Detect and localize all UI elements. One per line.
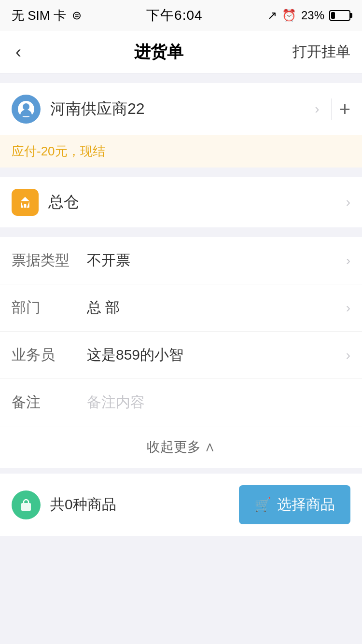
- supplier-card: 河南供应商22 › + 应付-20元，现结: [0, 83, 362, 168]
- warehouse-row[interactable]: 总仓 ›: [0, 177, 362, 227]
- status-right: ↗ ⏰ 23%: [267, 9, 350, 22]
- section-gap-3: [0, 227, 362, 237]
- battery-percent: 23%: [301, 9, 324, 22]
- salesman-value: 这是859的小智: [79, 345, 346, 365]
- supplier-chevron-icon: ›: [315, 101, 319, 117]
- goods-bag-icon: [18, 497, 34, 513]
- back-button[interactable]: ‹: [12, 38, 25, 66]
- carrier-text: 无 SIM 卡: [12, 7, 66, 24]
- supplier-row[interactable]: 河南供应商22 › +: [0, 83, 362, 135]
- svg-rect-0: [21, 503, 31, 511]
- remark-input[interactable]: 备注内容: [79, 392, 350, 412]
- status-time: 下午6:04: [146, 6, 203, 25]
- section-gap-2: [0, 168, 362, 177]
- battery-icon: [329, 10, 350, 21]
- open-pending-button[interactable]: 打开挂单: [292, 42, 350, 62]
- supplier-add-button[interactable]: +: [331, 98, 350, 120]
- nav-bar: ‹ 进货单 打开挂单: [0, 31, 362, 73]
- goods-count: 共0种商品: [50, 495, 239, 515]
- warehouse-icon: [12, 189, 39, 216]
- department-chevron-icon: ›: [346, 300, 350, 316]
- salesman-chevron-icon: ›: [346, 348, 350, 363]
- select-goods-label: 选择商品: [277, 495, 335, 515]
- form-section: 票据类型 不开票 › 部门 总 部 › 业务员 这是859的小智 › 备注 备注…: [0, 237, 362, 426]
- select-goods-icon: 🛒: [254, 497, 271, 513]
- supplier-avatar: [12, 95, 41, 124]
- salesman-label: 业务员: [12, 345, 79, 365]
- warehouse-card: 总仓 ›: [0, 177, 362, 227]
- section-gap-1: [0, 73, 362, 83]
- department-row[interactable]: 部门 总 部 ›: [0, 284, 362, 332]
- wifi-icon: ⊜: [72, 9, 82, 22]
- invoice-row[interactable]: 票据类型 不开票 ›: [0, 237, 362, 284]
- warehouse-name: 总仓: [48, 192, 346, 213]
- warehouse-chevron-icon: ›: [346, 195, 350, 210]
- remark-row[interactable]: 备注 备注内容: [0, 379, 362, 426]
- invoice-label: 票据类型: [12, 251, 79, 270]
- remark-label: 备注: [12, 392, 79, 412]
- house-svg-icon: [18, 195, 32, 210]
- status-carrier: 无 SIM 卡 ⊜: [12, 7, 82, 24]
- goods-icon: [12, 490, 41, 519]
- invoice-chevron-icon: ›: [346, 253, 350, 268]
- salesman-row[interactable]: 业务员 这是859的小智 ›: [0, 332, 362, 379]
- select-goods-button[interactable]: 🛒 选择商品: [239, 485, 350, 524]
- department-label: 部门: [12, 298, 79, 318]
- page-background: [0, 536, 362, 644]
- department-value: 总 部: [79, 298, 346, 318]
- supplier-name: 河南供应商22: [50, 98, 315, 120]
- page-title: 进货单: [134, 41, 183, 63]
- avatar-icon: [18, 101, 34, 117]
- collapse-button[interactable]: 收起更多 ∧: [0, 426, 362, 468]
- bottom-section: 共0种商品 🛒 选择商品: [0, 468, 362, 536]
- collapse-label: 收起更多 ∧: [147, 438, 216, 456]
- location-icon: ↗: [267, 9, 277, 22]
- supplier-notice: 应付-20元，现结: [0, 135, 362, 168]
- alarm-icon: ⏰: [282, 9, 296, 22]
- invoice-value: 不开票: [79, 251, 346, 270]
- status-bar: 无 SIM 卡 ⊜ 下午6:04 ↗ ⏰ 23%: [0, 0, 362, 31]
